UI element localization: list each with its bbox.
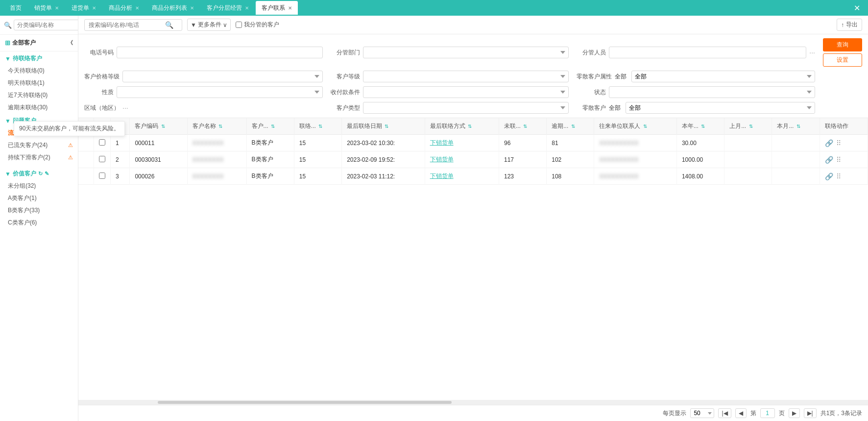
my-customers-checkbox[interactable]: 我分管的客户: [236, 21, 279, 29]
close-purchase-icon[interactable]: ✕: [92, 5, 96, 11]
customer-level-select[interactable]: [363, 71, 569, 82]
sidebar-item-b-class[interactable]: B类客户(33): [0, 204, 78, 217]
sort-lastmonth-icon[interactable]: ⇅: [749, 124, 753, 129]
query-button[interactable]: 查询: [823, 38, 862, 51]
sort-overdue-icon[interactable]: ⇅: [571, 124, 575, 129]
more-actions-icon[interactable]: ⠿: [836, 173, 841, 180]
sidebar-item-today[interactable]: 今天待联络(0): [0, 65, 78, 77]
customer-type-select[interactable]: [363, 102, 569, 114]
table-row: 1 000011 XXXXXXXX B类客户 15 2023-03-02 10:…: [78, 135, 868, 151]
b-class-label: B类客户(33): [8, 206, 40, 215]
page-input[interactable]: [760, 408, 775, 418]
phone-input[interactable]: [117, 47, 323, 58]
sparse-customer-select[interactable]: 全部: [626, 102, 815, 114]
status-select[interactable]: [609, 86, 815, 98]
last-way-link[interactable]: 下销货单: [430, 139, 454, 146]
more-chevron: ∨: [223, 22, 227, 28]
sort-thismonth-icon[interactable]: ⇅: [796, 124, 800, 129]
sidebar-search-container: 🔍: [0, 16, 78, 35]
last-way-link[interactable]: 下销货单: [430, 156, 454, 163]
sort-name-icon[interactable]: ⇅: [218, 124, 222, 129]
region-dots[interactable]: ···: [122, 104, 128, 112]
dept-select[interactable]: [363, 47, 569, 58]
manager-dots[interactable]: ···: [809, 49, 815, 56]
td-last-way: 下销货单: [425, 135, 499, 151]
nav-tab-goods-list[interactable]: 商品分析列表 ✕: [146, 1, 200, 15]
sidebar-section-pending[interactable]: ▼ 待联络客户: [0, 51, 78, 65]
sidebar-item-ungroup[interactable]: 未分组(32): [0, 180, 78, 192]
sort-thisyear-icon[interactable]: ⇅: [701, 124, 705, 129]
sidebar-all-customers[interactable]: ⊞ 全部客户 《: [0, 35, 78, 51]
scrollbar-thumb[interactable]: [158, 401, 452, 404]
sidebar-item-a-class[interactable]: A类客户(1): [0, 192, 78, 204]
more-actions-icon[interactable]: ⠿: [836, 156, 841, 164]
row-checkbox[interactable]: [99, 173, 105, 179]
sidebar-item-tomorrow[interactable]: 明天待联络(1): [0, 77, 78, 89]
my-customers-check[interactable]: [236, 22, 242, 28]
search-submit-icon[interactable]: 🔍: [165, 21, 173, 29]
more-actions-icon[interactable]: ⠿: [836, 139, 841, 147]
close-goods-analysis-icon[interactable]: ✕: [135, 5, 139, 11]
nav-tab-home[interactable]: 首页: [4, 1, 27, 15]
sidebar-item-overdue[interactable]: 逾期未联络(30): [0, 101, 78, 114]
prev-page-btn[interactable]: ◀: [735, 408, 747, 418]
more-conditions-btn[interactable]: ▼ 更多条件 ∨: [187, 19, 231, 31]
manager-input[interactable]: [609, 47, 806, 58]
close-customer-contact-icon[interactable]: ✕: [288, 5, 292, 11]
sidebar-item-c-class[interactable]: C类客户(6): [0, 217, 78, 229]
next-page-btn[interactable]: ▶: [789, 408, 800, 418]
nav-tab-goods-analysis[interactable]: 商品分析 ✕: [103, 1, 145, 15]
sort-lastway-icon[interactable]: ⇅: [468, 124, 472, 129]
sidebar-item-churned[interactable]: 已流失客户(24) ⚠: [0, 139, 78, 151]
sort-lastdate-icon[interactable]: ⇅: [385, 124, 388, 129]
row-checkbox[interactable]: [99, 139, 105, 146]
close-all-button[interactable]: ✕: [850, 3, 864, 13]
contact-link-icon[interactable]: 🔗: [825, 173, 833, 180]
sidebar-section-value[interactable]: ▼ 价值客户 ↻ ✎: [0, 168, 78, 180]
sparse-customer-label: 零散客户: [577, 104, 606, 112]
c-class-label: C类客户(6): [8, 219, 37, 227]
search-input[interactable]: [89, 22, 162, 28]
sort-uncontacted-icon[interactable]: ⇅: [523, 124, 527, 129]
edit-icon[interactable]: ✎: [45, 171, 49, 177]
sparse-attr-select[interactable]: 全部: [631, 71, 815, 82]
region-filter: 区域（地区） ···: [84, 104, 323, 112]
payment-select[interactable]: [363, 86, 569, 98]
close-goods-list-icon[interactable]: ✕: [190, 5, 194, 11]
dept-label: 分管部门: [331, 49, 360, 57]
nav-tab-customer-contact[interactable]: 客户联系 ✕: [256, 1, 298, 15]
collapse-icon[interactable]: 《: [68, 39, 73, 47]
nav-tab-purchase[interactable]: 进货单 ✕: [66, 1, 102, 15]
td-index: 1: [111, 135, 130, 151]
last-page-btn[interactable]: ▶|: [804, 408, 817, 418]
nav-tab-sales[interactable]: 销货单 ✕: [28, 1, 65, 15]
first-page-btn[interactable]: |◀: [718, 408, 731, 418]
export-button[interactable]: ↑ 导出: [837, 19, 862, 31]
col-contact-count: 联络... ⇅: [294, 118, 341, 135]
row-checkbox[interactable]: [99, 156, 105, 162]
nav-tab-customer-tier[interactable]: 客户分层经营 ✕: [201, 1, 255, 15]
refresh-icon[interactable]: ↻: [38, 171, 43, 177]
churned-label: 已流失客户(24): [8, 141, 48, 149]
close-sales-icon[interactable]: ✕: [55, 5, 59, 11]
page-unit: 页: [779, 409, 785, 418]
settings-button[interactable]: 设置: [823, 53, 862, 67]
horizontal-scrollbar[interactable]: [78, 400, 868, 405]
per-page-select[interactable]: 50 100: [690, 408, 714, 418]
price-tier-select[interactable]: [122, 71, 323, 82]
nature-select[interactable]: [117, 86, 323, 98]
td-code: 000011: [130, 135, 187, 151]
sort-type-icon[interactable]: ⇅: [271, 124, 275, 129]
sidebar-search-input[interactable]: [14, 20, 78, 30]
sidebar-item-7days[interactable]: 近7天待联络(0): [0, 89, 78, 101]
contact-link-icon[interactable]: 🔗: [825, 139, 833, 147]
last-way-link[interactable]: 下销货单: [430, 173, 454, 179]
filter-bar: 🔍 ▼ 更多条件 ∨ 我分管的客户 ↑ 导出: [78, 16, 868, 34]
sort-person-icon[interactable]: ⇅: [643, 124, 647, 129]
sort-contact-icon[interactable]: ⇅: [318, 124, 322, 129]
sidebar-item-declining[interactable]: 持续下滑客户(2) ⚠: [0, 151, 78, 164]
td-last-date: 2023-02-03 11:12:: [342, 168, 425, 185]
contact-link-icon[interactable]: 🔗: [825, 156, 833, 164]
close-customer-tier-icon[interactable]: ✕: [245, 5, 249, 11]
sort-code-icon[interactable]: ⇅: [161, 124, 165, 129]
